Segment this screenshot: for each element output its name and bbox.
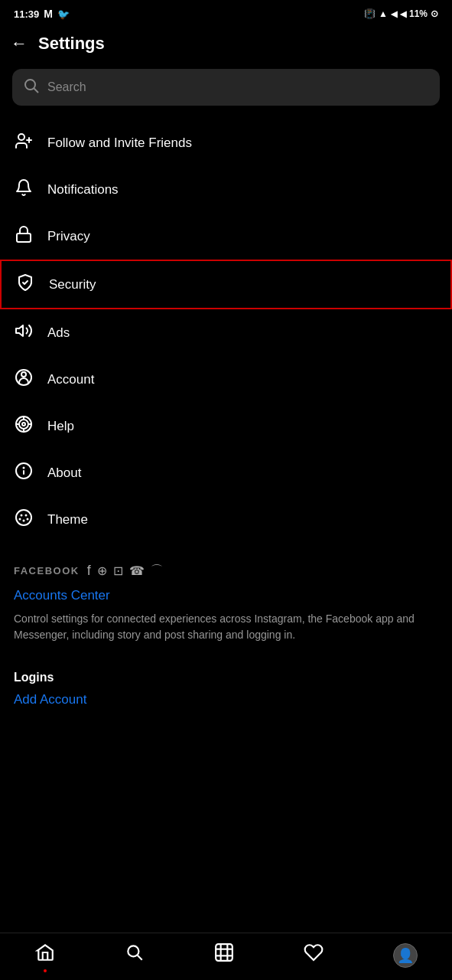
svg-point-0 (25, 80, 35, 90)
help-icon (14, 415, 34, 437)
twitter-icon: 🐦 (57, 8, 70, 20)
signal-icon1: ◀ (391, 9, 397, 19)
nav-likes[interactable] (304, 942, 324, 968)
facebook-brand-row: FACEBOOK f ⊕ ⊡ ☎ ⌒ (14, 563, 438, 579)
status-right: 📳 ▲ ◀ ◀ 11% ⊙ (364, 8, 438, 19)
bell-icon (14, 178, 34, 201)
svg-point-19 (21, 514, 23, 517)
accounts-center-link[interactable]: Accounts Center (14, 588, 438, 603)
svg-point-7 (21, 372, 26, 377)
nav-home[interactable] (35, 942, 55, 968)
reels-icon (214, 942, 234, 968)
profile-avatar: 👤 (393, 943, 418, 968)
instagram-icon: ⊡ (113, 564, 123, 578)
whatsapp-icon: ☎ (129, 564, 145, 578)
notifications-label: Notifications (47, 182, 119, 198)
nav-profile[interactable]: 👤 (393, 943, 418, 968)
facebook-f-icon: f (87, 563, 91, 579)
menu-item-theme[interactable]: Theme (0, 496, 452, 543)
home-icon (35, 942, 55, 968)
menu-item-follow[interactable]: Follow and Invite Friends (0, 119, 452, 166)
menu-item-notifications[interactable]: Notifications (0, 166, 452, 213)
svg-line-1 (34, 89, 39, 93)
svg-point-22 (23, 520, 25, 522)
menu-item-ads[interactable]: Ads (0, 309, 452, 356)
about-label: About (47, 466, 81, 481)
privacy-label: Privacy (47, 229, 90, 244)
svg-rect-5 (17, 234, 31, 242)
home-active-dot (44, 969, 47, 972)
facebook-social-icons: f ⊕ ⊡ ☎ ⌒ (87, 563, 163, 579)
bottom-navigation: 👤 (0, 933, 452, 980)
logins-section: Logins Add Account (0, 665, 452, 707)
follow-label: Follow and Invite Friends (47, 136, 192, 151)
security-label: Security (49, 277, 96, 292)
facebook-section: FACEBOOK f ⊕ ⊡ ☎ ⌒ Accounts Center Contr… (0, 547, 452, 665)
search-nav-icon (125, 942, 145, 968)
oculus-icon: ⌒ (151, 563, 163, 579)
settings-menu-list: Follow and Invite Friends Notifications … (0, 115, 452, 547)
search-bar[interactable]: Search (12, 69, 440, 106)
shield-icon (15, 273, 35, 296)
info-icon (14, 462, 34, 484)
help-label: Help (47, 419, 74, 434)
menu-item-about[interactable]: About (0, 449, 452, 496)
messenger-icon: ⊕ (97, 564, 107, 578)
battery-display: 11% (409, 8, 428, 19)
signal-icon2: ◀ (400, 9, 406, 19)
search-placeholder: Search (47, 80, 86, 94)
account-icon (14, 368, 34, 390)
status-bar: 11:39 M 🐦 📳 ▲ ◀ ◀ 11% ⊙ (0, 0, 452, 24)
page-title: Settings (38, 34, 105, 54)
menu-item-account[interactable]: Account (0, 356, 452, 403)
svg-point-2 (18, 134, 24, 140)
ads-label: Ads (47, 325, 70, 341)
search-icon (23, 77, 40, 97)
nav-search[interactable] (125, 942, 145, 968)
back-button[interactable]: ← (11, 35, 28, 52)
heart-icon (304, 942, 324, 968)
battery-icon: ⊙ (431, 8, 438, 19)
svg-point-9 (19, 420, 28, 429)
vibrate-icon: 📳 (364, 8, 376, 19)
svg-rect-26 (216, 944, 233, 961)
account-label: Account (47, 372, 94, 387)
time-display: 11:39 (14, 8, 39, 20)
svg-point-10 (22, 423, 25, 426)
svg-point-21 (19, 518, 21, 521)
follow-icon (14, 132, 34, 154)
megaphone-icon (14, 322, 34, 344)
facebook-brand-label: FACEBOOK (14, 565, 80, 577)
theme-icon (14, 508, 34, 531)
theme-label: Theme (47, 512, 88, 528)
gmail-icon: M (44, 8, 53, 20)
menu-item-privacy[interactable]: Privacy (0, 213, 452, 260)
status-left: 11:39 M 🐦 (14, 8, 70, 20)
lock-icon (14, 225, 34, 247)
logins-title: Logins (14, 671, 438, 684)
menu-item-help[interactable]: Help (0, 403, 452, 449)
svg-line-25 (137, 956, 141, 960)
accounts-center-description: Control settings for connected experienc… (14, 611, 438, 643)
svg-point-18 (16, 510, 31, 525)
nav-reels[interactable] (214, 942, 234, 968)
svg-point-20 (25, 514, 28, 517)
settings-header: ← Settings (0, 24, 452, 66)
svg-point-24 (128, 946, 138, 956)
svg-point-23 (27, 518, 29, 521)
add-account-link[interactable]: Add Account (14, 692, 86, 707)
wifi-icon: ▲ (379, 8, 388, 19)
menu-item-security[interactable]: Security (0, 260, 452, 309)
